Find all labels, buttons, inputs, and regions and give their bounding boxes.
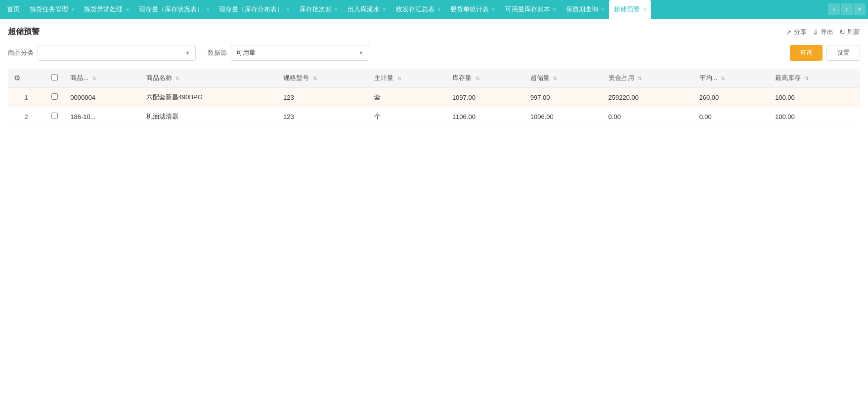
sort-icon-product-code: ⇅: [92, 76, 96, 81]
table-header-row: ⚙ 商品... ⇅ 商品名称 ⇅ 规格型号 ⇅ 主计量 ⇅ 库: [8, 69, 860, 88]
close-icon[interactable]: ×: [335, 6, 338, 12]
nav-arrow-close[interactable]: ×: [854, 3, 866, 15]
share-icon: ➚: [786, 28, 792, 36]
row-unit: 个: [368, 107, 446, 126]
row-index: 1: [8, 88, 44, 107]
nav-item-----[interactable]: 超储预警×: [609, 0, 651, 19]
filter-row: 商品分类 ▼ 数据源 可用量 ▼ 查询 设置: [8, 45, 860, 61]
sort-icon-average: ⇅: [721, 76, 725, 81]
page-container: 超储预警 ➚ 分享 ⇓ 导出 ↻ 刷新 商品分类 ▼ 数据源: [0, 19, 868, 395]
sort-icon-product-name: ⇅: [175, 76, 179, 81]
nav-item-----------[interactable]: 现存量（库存状况表）×: [134, 0, 214, 19]
row-stock: 1097.00: [446, 88, 524, 107]
close-icon[interactable]: ×: [492, 6, 495, 12]
datasource-chevron-icon: ▼: [358, 50, 364, 56]
col-capital[interactable]: 资金占用 ⇅: [603, 69, 694, 88]
category-select[interactable]: ▼: [38, 45, 196, 61]
col-unit[interactable]: 主计量 ⇅: [368, 69, 446, 88]
nav-item---[interactable]: 首页: [2, 0, 25, 19]
row-max-stock: 100.00: [769, 107, 860, 126]
row-product-name: 六配套新昌490BPG: [140, 88, 277, 107]
close-icon[interactable]: ×: [643, 6, 646, 12]
share-button[interactable]: ➚ 分享: [786, 28, 807, 37]
nav-item--------[interactable]: 可用量库存账本×: [500, 0, 561, 19]
gear-icon[interactable]: ⚙: [14, 74, 20, 82]
sort-icon-stock: ⇅: [476, 76, 479, 81]
row-product-code: 0000004: [64, 88, 140, 107]
row-checkbox-cell: [44, 88, 64, 107]
row-index: 2: [8, 107, 44, 126]
col-average[interactable]: 平均... ⇅: [694, 69, 769, 88]
query-button[interactable]: 查询: [790, 45, 823, 61]
col-stock[interactable]: 库存量 ⇅: [446, 69, 524, 88]
col-product-code[interactable]: 商品... ⇅: [64, 69, 140, 88]
nav-item------[interactable]: 保质期查询×: [561, 0, 609, 19]
nav-item-------[interactable]: 拣货异常处理×: [79, 0, 133, 19]
data-table: ⚙ 商品... ⇅ 商品名称 ⇅ 规格型号 ⇅ 主计量 ⇅ 库: [8, 69, 860, 126]
row-checkbox[interactable]: [51, 93, 58, 100]
sort-icon-capital: ⇅: [638, 76, 642, 81]
row-product-code: 186-10...: [64, 107, 140, 126]
nav-item-------[interactable]: 要货单统计表×: [445, 0, 500, 19]
close-icon[interactable]: ×: [126, 6, 129, 12]
table-row: 1 0000004 六配套新昌490BPG 123 套 1097.00 997.…: [8, 88, 860, 107]
sort-icon-over-stock: ⇅: [553, 76, 557, 81]
nav-item-------[interactable]: 收发存汇总表×: [391, 0, 445, 19]
refresh-button[interactable]: ↻ 刷新: [839, 28, 860, 37]
row-unit: 套: [368, 88, 446, 107]
row-stock: 1106.00: [446, 107, 524, 126]
datasource-value: 可用量: [236, 48, 256, 57]
datasource-filter: 数据源 可用量 ▼: [208, 45, 369, 61]
col-checkbox: [44, 69, 64, 88]
sort-icon-max-stock: ⇅: [805, 76, 809, 81]
row-capital: 0.00: [603, 107, 694, 126]
close-icon[interactable]: ×: [206, 6, 209, 12]
row-checkbox[interactable]: [51, 113, 58, 119]
row-average: 260.00: [694, 88, 769, 107]
close-icon[interactable]: ×: [553, 6, 556, 12]
header-actions: ➚ 分享 ⇓ 导出 ↻ 刷新: [786, 28, 860, 37]
category-chevron-icon: ▼: [185, 50, 190, 56]
nav-arrows: ‹ › ×: [827, 3, 866, 15]
select-all-checkbox[interactable]: [51, 74, 58, 80]
table-row: 2 186-10... 机油滤清器 123 个 1106.00 1006.00 …: [8, 107, 860, 126]
datasource-select[interactable]: 可用量 ▼: [231, 45, 369, 61]
col-over-stock[interactable]: 超储量 ⇅: [524, 69, 603, 88]
sort-icon-spec: ⇅: [313, 76, 317, 81]
row-capital: 259220.00: [603, 88, 694, 107]
category-label: 商品分类: [8, 48, 34, 57]
row-checkbox-cell: [44, 107, 64, 126]
col-spec[interactable]: 规格型号 ⇅: [277, 69, 368, 88]
top-nav: 首页拣货任务管理×拣货异常处理×现存量（库存状况表）×现存量（库存分布表）×库存…: [0, 0, 868, 19]
sort-icon-unit: ⇅: [397, 76, 401, 81]
col-settings: ⚙: [8, 69, 44, 88]
nav-arrow-left[interactable]: ‹: [828, 3, 840, 15]
row-over-stock: 1006.00: [524, 107, 603, 126]
col-product-name[interactable]: 商品名称 ⇅: [140, 69, 277, 88]
page-title: 超储预警: [8, 27, 40, 37]
close-icon[interactable]: ×: [437, 6, 440, 12]
nav-arrow-right[interactable]: ›: [841, 3, 853, 15]
nav-item------[interactable]: 库存批次账×: [295, 0, 343, 19]
export-icon: ⇓: [813, 28, 819, 36]
close-icon[interactable]: ×: [71, 6, 74, 12]
setting-button[interactable]: 设置: [826, 45, 860, 61]
close-icon[interactable]: ×: [383, 6, 386, 12]
export-button[interactable]: ⇓ 导出: [813, 28, 833, 37]
row-spec: 123: [277, 107, 368, 126]
page-header: 超储预警 ➚ 分享 ⇓ 导出 ↻ 刷新: [8, 27, 860, 37]
nav-item------[interactable]: 出入库流水×: [343, 0, 391, 19]
category-filter: 商品分类 ▼: [8, 45, 196, 61]
row-product-name: 机油滤清器: [140, 107, 277, 126]
nav-item-----------[interactable]: 现存量（库存分布表）×: [214, 0, 294, 19]
close-icon[interactable]: ×: [286, 6, 289, 12]
nav-item-------[interactable]: 拣货任务管理×: [25, 0, 79, 19]
row-max-stock: 100.00: [769, 88, 860, 107]
filter-actions: 查询 设置: [790, 45, 860, 61]
close-icon[interactable]: ×: [601, 6, 604, 12]
col-max-stock[interactable]: 最高库存 ⇅: [769, 69, 860, 88]
row-over-stock: 997.00: [524, 88, 603, 107]
refresh-icon: ↻: [839, 28, 845, 36]
row-average: 0.00: [694, 107, 769, 126]
row-spec: 123: [277, 88, 368, 107]
